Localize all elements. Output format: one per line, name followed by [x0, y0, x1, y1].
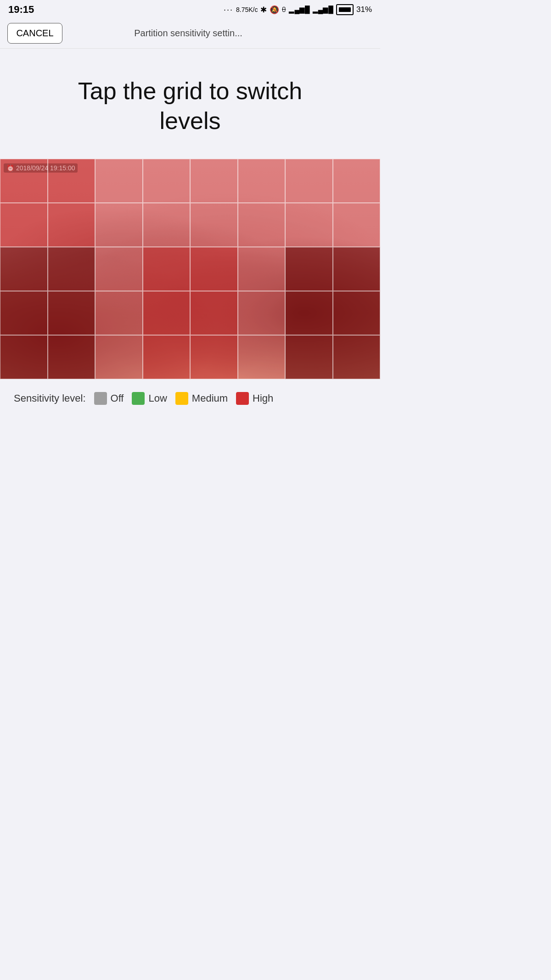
grid-cell[interactable]	[48, 159, 96, 203]
medium-label: Medium	[192, 392, 228, 404]
grid-cell[interactable]	[333, 159, 381, 203]
status-signal-dots: ···	[224, 5, 233, 15]
grid-cell[interactable]	[143, 247, 191, 291]
status-bar: 19:15 ··· 8.75K/c ✱ 🔕 𝈚 ▂▄▆█ ▂▄▆█ 31%	[0, 0, 380, 18]
alarm-icon: 🔕	[270, 5, 279, 15]
grid-cell[interactable]	[0, 159, 48, 203]
grid-cell[interactable]	[48, 335, 96, 379]
grid-cell[interactable]	[48, 203, 96, 247]
grid-cell[interactable]	[0, 291, 48, 335]
grid-cell[interactable]	[285, 247, 333, 291]
off-label: Off	[111, 392, 124, 404]
legend-label: Sensitivity level:	[14, 392, 86, 404]
high-label: High	[253, 392, 273, 404]
grid-cell[interactable]	[95, 291, 143, 335]
legend-item-medium: Medium	[175, 392, 228, 405]
bottom-space	[0, 418, 380, 601]
grid-cell[interactable]	[0, 335, 48, 379]
battery-icon	[336, 4, 354, 15]
status-speed: 8.75K/c	[236, 6, 258, 13]
grid-cell[interactable]	[143, 335, 191, 379]
signal-bars-1: ▂▄▆█	[289, 6, 309, 14]
grid-cell[interactable]	[285, 335, 333, 379]
grid-cell[interactable]	[143, 291, 191, 335]
grid-cell[interactable]	[95, 203, 143, 247]
sensitivity-legend: Sensitivity level: Off Low Medium High	[0, 379, 380, 418]
legend-item-high: High	[236, 392, 273, 405]
grid-cell[interactable]	[190, 247, 238, 291]
signal-bars-2: ▂▄▆█	[313, 6, 333, 14]
grid-cell[interactable]	[190, 159, 238, 203]
grid-cell[interactable]	[238, 247, 286, 291]
low-swatch	[132, 392, 145, 405]
battery-percent: 31%	[356, 5, 372, 14]
header-bar: CANCEL Partition sensitivity settin...	[0, 18, 380, 49]
grid-cell[interactable]	[285, 159, 333, 203]
instruction-line: Tap the grid to switchlevels	[78, 78, 302, 134]
grid-cell[interactable]	[333, 203, 381, 247]
grid-cell[interactable]	[238, 335, 286, 379]
grid-cell[interactable]	[238, 203, 286, 247]
grid-cell[interactable]	[238, 291, 286, 335]
grid-cell[interactable]	[95, 159, 143, 203]
grid-cell[interactable]	[0, 247, 48, 291]
off-swatch	[94, 392, 107, 405]
grid-cell[interactable]	[333, 291, 381, 335]
grid-cell[interactable]	[95, 247, 143, 291]
grid-cell[interactable]	[285, 291, 333, 335]
grid-cell[interactable]	[333, 335, 381, 379]
grid-cell[interactable]	[190, 203, 238, 247]
bluetooth-icon: ✱	[260, 5, 267, 15]
grid-cell[interactable]	[48, 291, 96, 335]
grid-cell[interactable]	[48, 247, 96, 291]
page-title: Partition sensitivity settin...	[7, 28, 373, 39]
grid-cell[interactable]	[285, 203, 333, 247]
status-right: ··· 8.75K/c ✱ 🔕 𝈚 ▂▄▆█ ▂▄▆█ 31%	[224, 4, 372, 15]
instructions-text: Tap the grid to switchlevels	[0, 49, 380, 159]
status-time: 19:15	[8, 4, 34, 16]
sensitivity-grid[interactable]	[0, 159, 380, 379]
grid-cell[interactable]	[190, 291, 238, 335]
grid-cell[interactable]	[333, 247, 381, 291]
grid-cell[interactable]	[238, 159, 286, 203]
grid-cell[interactable]	[95, 335, 143, 379]
legend-item-low: Low	[132, 392, 167, 405]
grid-cell[interactable]	[143, 159, 191, 203]
grid-cell[interactable]	[190, 335, 238, 379]
grid-cell[interactable]	[143, 203, 191, 247]
camera-view: ⏰ 2018/09/24 19:15:00	[0, 159, 380, 379]
low-label: Low	[148, 392, 167, 404]
wifi-icon: 𝈚	[282, 5, 286, 14]
legend-item-off: Off	[94, 392, 124, 405]
medium-swatch	[175, 392, 188, 405]
high-swatch	[236, 392, 249, 405]
grid-cell[interactable]	[0, 203, 48, 247]
